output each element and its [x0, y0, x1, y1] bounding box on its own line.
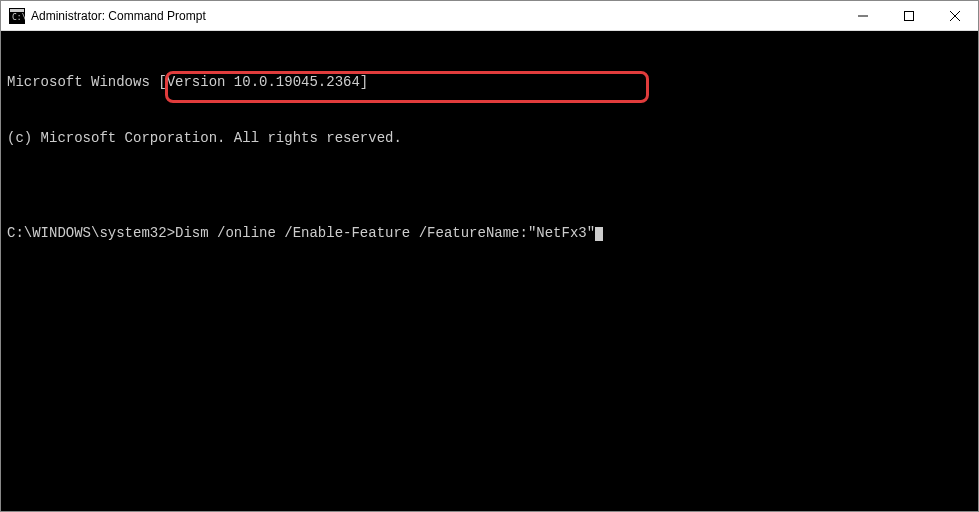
minimize-button[interactable]: [840, 1, 886, 30]
svg-rect-4: [905, 11, 914, 20]
command-prompt-window: C:\ Administrator: Command Prompt Micros…: [0, 0, 979, 512]
titlebar[interactable]: C:\ Administrator: Command Prompt: [1, 1, 978, 31]
close-button[interactable]: [932, 1, 978, 30]
command-text: Dism /online /Enable-Feature /FeatureNam…: [175, 225, 595, 241]
terminal-area[interactable]: Microsoft Windows [Version 10.0.19045.23…: [1, 31, 978, 511]
copyright-line: (c) Microsoft Corporation. All rights re…: [7, 129, 972, 148]
window-title: Administrator: Command Prompt: [31, 9, 840, 23]
maximize-button[interactable]: [886, 1, 932, 30]
version-line: Microsoft Windows [Version 10.0.19045.23…: [7, 73, 972, 92]
command-line: C:\WINDOWS\system32>Dism /online /Enable…: [7, 224, 972, 243]
svg-text:C:\: C:\: [12, 13, 25, 22]
cmd-icon: C:\: [9, 8, 25, 24]
window-controls: [840, 1, 978, 30]
svg-rect-1: [10, 9, 24, 12]
prompt-text: C:\WINDOWS\system32>: [7, 225, 175, 241]
cursor: [595, 227, 603, 241]
